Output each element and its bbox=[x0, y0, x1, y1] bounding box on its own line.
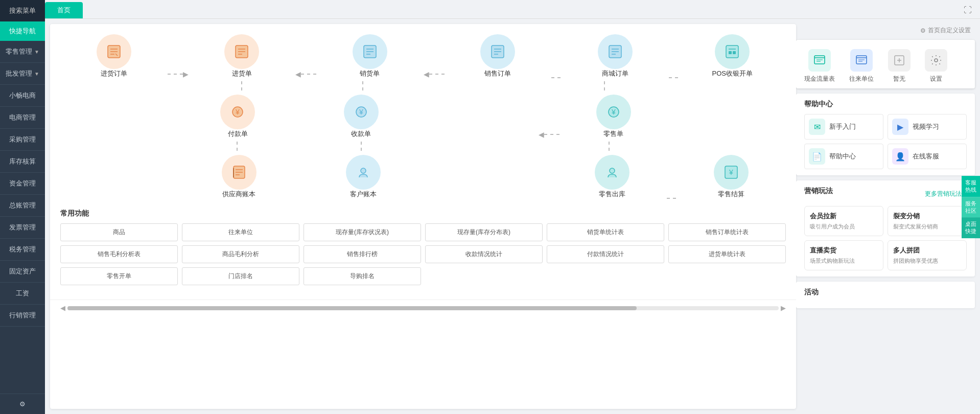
func-btn-guide-rank[interactable]: 导购排名 bbox=[304, 267, 421, 285]
flow-node-purchase-order: 进货订单 bbox=[60, 34, 168, 78]
marketing-item-fission[interactable]: 裂变分销 裂变式发展分销商 bbox=[888, 206, 967, 236]
sidebar-item-marketing-mgmt[interactable]: 行销管理 bbox=[0, 305, 45, 327]
float-btn-desktop[interactable]: 桌面快捷 bbox=[962, 217, 980, 238]
arrow-r3-5 bbox=[667, 186, 677, 199]
scroll-thumb[interactable] bbox=[67, 306, 637, 310]
scroll-bar: ◀ ▶ bbox=[50, 300, 796, 316]
help-item-video[interactable]: ▶ 视频学习 bbox=[888, 114, 967, 140]
func-grid-row1: 商品 往来单位 现存量(库存状况表) 现存量(库存分布表) 销货单统计表 销售订… bbox=[60, 223, 786, 241]
sidebar: 搜索菜单 快捷导航 零售管理 ▼ 批发管理 ▼ 小畅电商 电商管理 采购管理 库… bbox=[0, 0, 45, 414]
sidebar-search-button[interactable]: 搜索菜单 bbox=[0, 0, 45, 21]
arrow-down-receipt bbox=[361, 142, 362, 152]
scroll-track[interactable] bbox=[67, 306, 779, 310]
sidebar-item-ecommerce-small[interactable]: 小畅电商 bbox=[0, 85, 45, 107]
arrow-down-sale bbox=[362, 81, 363, 91]
shortcuts-card: 现金流量表 往来单位 暂无 bbox=[796, 40, 975, 88]
customer-ledger-icon[interactable] bbox=[346, 155, 381, 190]
more-marketing-link[interactable]: 更多营销玩法 > bbox=[925, 190, 967, 198]
payment-icon[interactable]: ¥ bbox=[220, 95, 255, 129]
float-btn-community[interactable]: 服务社区 bbox=[962, 197, 980, 218]
service-label: 在线客服 bbox=[913, 152, 939, 161]
shortcut-cashflow[interactable]: 现金流量表 bbox=[800, 44, 839, 88]
func-btn-receipt-stat[interactable]: 收款情况统计 bbox=[425, 245, 543, 263]
func-btn-sale-rank[interactable]: 销售排行榜 bbox=[304, 245, 421, 263]
func-btn-sale-profit[interactable]: 销售毛利分析表 bbox=[60, 245, 178, 263]
func-btn-sale-order-stat[interactable]: 销售订单统计表 bbox=[668, 223, 786, 241]
help-item-newbie[interactable]: ✉ 新手入门 bbox=[804, 114, 883, 140]
sidebar-item-purchase[interactable]: 采购管理 bbox=[0, 129, 45, 151]
help-center-title: 帮助中心 bbox=[804, 100, 967, 109]
scroll-left-button[interactable]: ◀ bbox=[60, 304, 65, 312]
arrow-spacer3 bbox=[415, 126, 431, 139]
sale-icon[interactable] bbox=[353, 34, 387, 69]
help-grid: ✉ 新手入门 ▶ 视频学习 📄 帮助中心 👤 在线客服 bbox=[804, 114, 967, 169]
help-label: 帮助中心 bbox=[829, 152, 856, 161]
sidebar-item-salary[interactable]: 工资 bbox=[0, 283, 45, 305]
svg-point-35 bbox=[361, 168, 366, 173]
pos-icon[interactable] bbox=[715, 34, 750, 69]
func-btn-goods-profit[interactable]: 商品毛利分析 bbox=[182, 245, 299, 263]
chevron-down-icon: ▼ bbox=[34, 49, 39, 55]
purchase-icon[interactable] bbox=[224, 34, 259, 69]
svg-rect-23 bbox=[733, 51, 736, 54]
sidebar-item-assets[interactable]: 固定资产 bbox=[0, 261, 45, 283]
marketing-item-group[interactable]: 多人拼团 拼团购物享受优惠 bbox=[888, 240, 967, 270]
sidebar-item-retail[interactable]: 零售管理 ▼ bbox=[0, 41, 45, 63]
retail-out-icon[interactable] bbox=[595, 155, 629, 190]
help-item-service[interactable]: 👤 在线客服 bbox=[888, 144, 967, 169]
receipt-icon[interactable]: ¥ bbox=[344, 95, 379, 129]
func-btn-purchase-stat[interactable]: 进货单统计表 bbox=[668, 245, 786, 263]
sidebar-item-finance[interactable]: 资金管理 bbox=[0, 173, 45, 195]
func-btn-store-rank[interactable]: 门店排名 bbox=[182, 267, 299, 285]
shortcut-partner[interactable]: 往来单位 bbox=[845, 44, 878, 88]
sidebar-settings-button[interactable]: ⚙ bbox=[0, 394, 45, 414]
mall-order-icon[interactable] bbox=[598, 34, 633, 69]
content-row: 进货订单 ▶ 进货单 bbox=[45, 19, 980, 414]
video-label: 视频学习 bbox=[913, 122, 939, 131]
sale-order-icon[interactable] bbox=[480, 34, 515, 69]
func-btn-retail-order[interactable]: 零售开单 bbox=[60, 267, 178, 285]
retail-icon[interactable]: ¥ bbox=[596, 95, 631, 129]
sidebar-item-ecommerce-mgmt[interactable]: 电商管理 bbox=[0, 107, 45, 129]
marketing-title: 营销玩法 bbox=[804, 187, 833, 196]
sidebar-item-tax[interactable]: 税务管理 bbox=[0, 239, 45, 261]
func-btn-stock2[interactable]: 现存量(库存分布表) bbox=[425, 223, 543, 241]
purchase-order-icon[interactable] bbox=[97, 34, 131, 69]
sidebar-item-inventory[interactable]: 库存核算 bbox=[0, 151, 45, 173]
marketing-item-live[interactable]: 直播卖货 场景式购物新玩法 bbox=[804, 240, 883, 270]
customer-ledger-label: 客户账本 bbox=[350, 190, 377, 199]
arrow-r3-2 bbox=[294, 187, 309, 199]
float-btn-service[interactable]: 客服热线 bbox=[962, 176, 980, 197]
sidebar-item-ledger[interactable]: 总账管理 bbox=[0, 195, 45, 217]
tab-home[interactable]: 首页 bbox=[45, 2, 83, 18]
marketing-item-member[interactable]: 会员拉新 吸引用户成为会员 bbox=[804, 206, 883, 236]
func-btn-partner[interactable]: 往来单位 bbox=[182, 223, 299, 241]
svg-point-50 bbox=[935, 59, 938, 62]
func-btn-goods[interactable]: 商品 bbox=[60, 223, 178, 241]
shortcut-settings[interactable]: 设置 bbox=[921, 44, 951, 88]
scroll-right-button[interactable]: ▶ bbox=[781, 304, 786, 312]
flow-node-retail-out: 零售出库 bbox=[557, 155, 666, 199]
flow-node-customer-ledger: 客户账本 bbox=[309, 155, 418, 199]
flow-section: 进货订单 ▶ 进货单 bbox=[50, 24, 796, 204]
func-btn-stock1[interactable]: 现存量(库存状况表) bbox=[304, 223, 421, 241]
func-btn-sale-stat[interactable]: 销货单统计表 bbox=[547, 223, 664, 241]
svg-rect-22 bbox=[729, 51, 732, 54]
partner-label: 往来单位 bbox=[849, 75, 874, 83]
expand-icon[interactable]: ⛶ bbox=[960, 4, 976, 17]
sidebar-item-invoice[interactable]: 发票管理 bbox=[0, 217, 45, 239]
service-icon: 👤 bbox=[892, 148, 908, 165]
retail-settle-icon[interactable]: ¥ bbox=[714, 155, 749, 190]
shortcut-none[interactable]: 暂无 bbox=[884, 44, 915, 88]
home-settings-bar[interactable]: ⚙ 首页自定义设置 bbox=[796, 24, 975, 35]
gear-icon: ⚙ bbox=[920, 27, 926, 34]
mall-order-label: 商城订单 bbox=[602, 69, 628, 78]
sidebar-item-wholesale[interactable]: 批发管理 ▼ bbox=[0, 63, 45, 85]
func-btn-payment-stat[interactable]: 付款情况统计 bbox=[547, 245, 664, 263]
receipt-label: 收款单 bbox=[351, 129, 371, 139]
help-item-help[interactable]: 📄 帮助中心 bbox=[804, 144, 883, 169]
help-icon-el: 📄 bbox=[809, 148, 825, 165]
supplier-ledger-icon[interactable] bbox=[222, 155, 256, 190]
live-desc: 场景式购物新玩法 bbox=[810, 257, 878, 265]
live-title: 直播卖货 bbox=[810, 246, 878, 255]
